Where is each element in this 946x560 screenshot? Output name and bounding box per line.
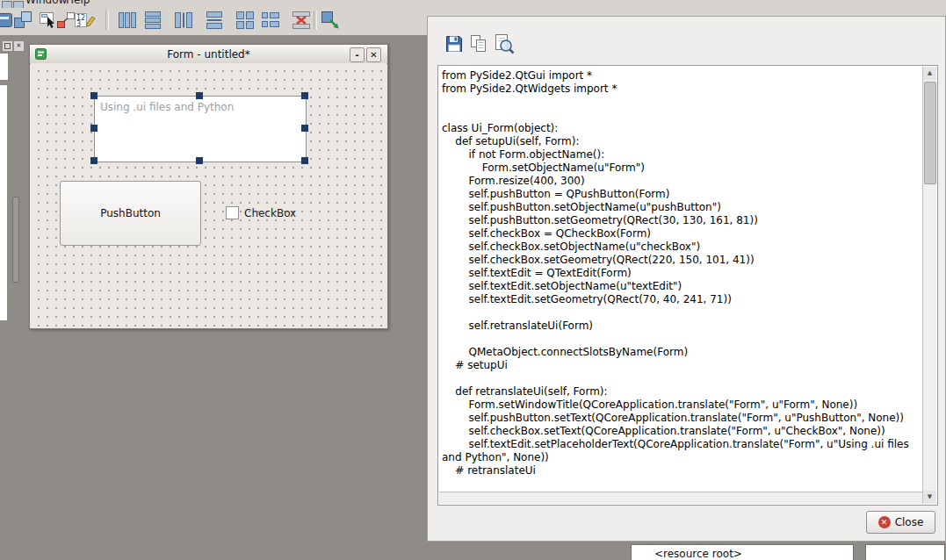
scroll-down-icon[interactable]: ▼ <box>923 491 936 504</box>
save-icon[interactable] <box>442 32 466 56</box>
code-line: self.textEdit.setPlaceholderText(QCoreAp… <box>442 438 921 451</box>
code-line: self.retranslateUi(Form) <box>442 319 921 333</box>
code-line: from PySide2.QtWidgets import * <box>442 83 921 96</box>
form-designer-window: Form - untitled* - ✕ Using .ui files and… <box>29 44 388 329</box>
toolbar-separator <box>105 11 109 30</box>
code-line: self.pushButton.setText(QCoreApplication… <box>442 412 921 425</box>
code-line: # setupUi <box>442 359 921 372</box>
selection-handle[interactable] <box>301 157 308 164</box>
menu-window[interactable]: Window <box>25 0 67 8</box>
code-line <box>442 333 921 346</box>
break-layout-icon[interactable] <box>290 9 313 32</box>
selection-handle[interactable] <box>196 92 203 99</box>
code-vertical-scrollbar[interactable]: ▲ ▼ <box>922 67 936 504</box>
textedit-placeholder: Using .ui files and Python <box>100 101 234 113</box>
print-preview-icon[interactable] <box>491 32 517 56</box>
code-line: self.textEdit.setGeometry(QRect(70, 40, … <box>442 293 921 306</box>
selection-handle[interactable] <box>90 157 97 164</box>
menu-help[interactable]: Help <box>66 0 90 8</box>
left-dock-sliver <box>0 53 9 81</box>
dock-close-icon[interactable]: ✕ <box>13 40 25 52</box>
lay-out-in-grid-icon[interactable] <box>234 9 256 32</box>
code-line: self.pushButton.setObjectName(u"pushButt… <box>442 201 921 214</box>
toolbar-separator <box>314 11 317 30</box>
lay-out-vertically-in-splitter-icon[interactable] <box>203 9 226 32</box>
code-line: def setupUi(self, Form): <box>442 135 921 148</box>
code-line: Form.resize(400, 300) <box>442 175 921 188</box>
checkbox-indicator[interactable] <box>226 206 239 219</box>
code-line: self.checkBox.setGeometry(QRect(220, 150… <box>442 254 921 267</box>
menubar-icon[interactable] <box>2 1 12 8</box>
code-line: self.textEdit = QTextEdit(Form) <box>442 267 921 280</box>
checkbox-widget[interactable]: CheckBox <box>226 206 296 219</box>
close-circle-icon: ✕ <box>878 516 891 528</box>
code-line <box>442 372 921 385</box>
code-preview-dialog: from PySide2.QtGui import *from PySide2.… <box>427 16 946 542</box>
close-dialog-button[interactable]: ✕ Close <box>866 511 935 534</box>
code-line: self.pushButton.setGeometry(QRect(30, 13… <box>442 214 921 227</box>
code-text: from PySide2.QtGui import *from PySide2.… <box>442 69 921 491</box>
close-button[interactable]: ✕ <box>366 47 381 62</box>
code-line: Form.setWindowTitle(QCoreApplication.tra… <box>442 398 921 412</box>
code-line: # retranslateUi <box>442 464 921 477</box>
code-line: and Python", None)) <box>442 451 921 464</box>
code-line: self.checkBox.setText(QCoreApplication.t… <box>442 425 921 438</box>
svg-text:3: 3 <box>76 20 81 28</box>
dock-restore-button[interactable] <box>2 40 13 52</box>
code-line: QMetaObject.connectSlotsByName(Form) <box>442 346 921 359</box>
code-line: self.checkBox = QCheckBox(Form) <box>442 227 921 241</box>
left-dock-sliver <box>0 84 8 321</box>
copy-icon[interactable] <box>466 32 491 56</box>
minimize-button[interactable]: - <box>350 47 365 62</box>
form-window-title: Form - untitled* <box>167 48 249 61</box>
lay-out-horizontally-in-splitter-icon[interactable] <box>172 9 195 32</box>
code-view[interactable]: from PySide2.QtGui import *from PySide2.… <box>437 65 938 506</box>
code-line: def retranslateUi(self, Form): <box>442 385 921 398</box>
resource-root-item[interactable]: <resource root> <box>631 544 854 560</box>
checkbox-label: CheckBox <box>244 207 296 219</box>
code-horizontal-scrollbar[interactable] <box>439 492 922 504</box>
lay-out-horizontally-icon[interactable] <box>116 9 139 32</box>
code-line <box>442 96 921 109</box>
pushbutton-widget[interactable]: PushButton <box>60 181 201 246</box>
close-button-label: Close <box>895 516 924 528</box>
form-canvas[interactable]: Using .ui files and Python PushButton Ch… <box>31 63 386 327</box>
resource-root-label: <resource root> <box>632 545 853 560</box>
pushbutton-label: PushButton <box>100 207 161 219</box>
textedit-widget[interactable]: Using .ui files and Python <box>94 96 307 162</box>
adjust-size-icon[interactable] <box>319 9 342 32</box>
lay-out-vertically-icon[interactable] <box>141 9 164 32</box>
selection-handle[interactable] <box>301 92 308 99</box>
code-line: self.pushButton = QPushButton(Form) <box>442 188 921 201</box>
selection-handle[interactable] <box>301 125 308 132</box>
code-line: self.textEdit.setObjectName(u"textEdit") <box>442 280 921 293</box>
selection-handle[interactable] <box>196 157 203 164</box>
code-line: Form.setObjectName(u"Form") <box>442 162 921 175</box>
selection-handle[interactable] <box>90 92 97 99</box>
code-line: self.checkBox.setObjectName(u"checkBox") <box>442 241 921 254</box>
code-line <box>442 109 921 122</box>
form-window-icon <box>35 48 47 62</box>
resource-side-panel <box>865 544 945 560</box>
form-window-titlebar[interactable]: Form - untitled* - ✕ <box>30 45 387 64</box>
code-line: class Ui_Form(object): <box>442 122 921 135</box>
menubar-icon[interactable] <box>13 1 24 8</box>
code-line: if not Form.objectName(): <box>442 148 921 162</box>
scroll-up-icon[interactable]: ▲ <box>923 67 936 80</box>
selection-handle[interactable] <box>90 125 97 132</box>
widgets-icon[interactable] <box>11 9 34 32</box>
scrollbar-thumb[interactable] <box>924 82 936 184</box>
edit-tab-order-icon[interactable]: 123 <box>73 9 97 32</box>
code-line: from PySide2.QtGui import * <box>442 69 921 83</box>
menubar: Window Help <box>0 0 946 8</box>
left-dock-scrollbar[interactable] <box>12 197 19 283</box>
lay-out-in-form-icon[interactable] <box>259 9 282 32</box>
code-line <box>442 306 921 319</box>
